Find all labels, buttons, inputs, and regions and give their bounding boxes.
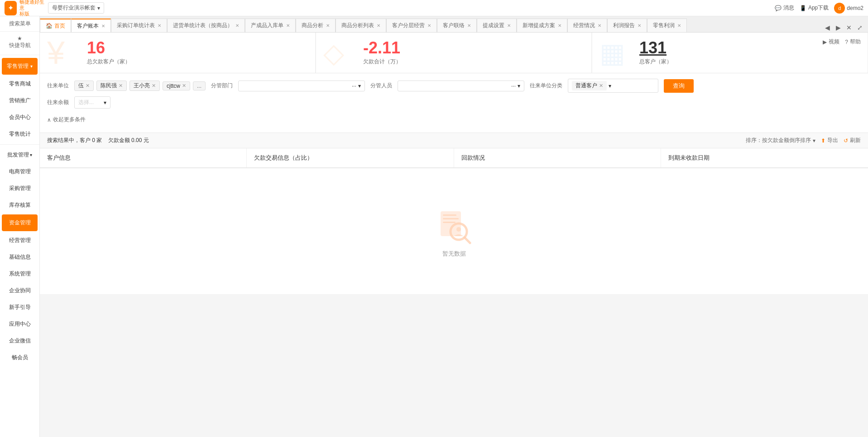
result-info: 搜索结果中，客户 0 家 欠款金额 0.00 元 [47, 137, 149, 144]
data-table: 客户信息 欠款交易信息（占比） 回款情况 到期未收款日期 [40, 148, 868, 294]
tab-close-all-btn[interactable]: ✕ [844, 23, 854, 32]
sidebar-item-operations[interactable]: 经营管理 [0, 232, 39, 249]
balance-label: 往来余额 [47, 99, 69, 106]
sidebar-item-purchase[interactable]: 采购管理 [0, 180, 39, 197]
tab-retail-profit[interactable]: 零售利润 ✕ [647, 19, 687, 32]
sidebar-item-member[interactable]: 会员中心 [0, 109, 39, 126]
sidebar-item-app-center[interactable]: 应用中心 [0, 316, 39, 332]
stat-all-customers-label: 总客户（家） [639, 58, 672, 66]
tab-customer-contact[interactable]: 客户联络 ✕ [437, 19, 477, 32]
svg-rect-1 [443, 214, 456, 216]
sidebar-item-finance[interactable]: 资金管理 [2, 214, 38, 231]
tab-close-goods-analysis[interactable]: ✕ [326, 23, 330, 28]
tab-close-customer-ops[interactable]: ✕ [427, 23, 431, 28]
empty-illustration [432, 204, 477, 250]
balance-select[interactable]: 选择... ▾ [74, 96, 110, 109]
tab-customer-ops[interactable]: 客户分层经营 ✕ [386, 19, 437, 32]
tab-close-promotion-settings[interactable]: ✕ [507, 23, 511, 28]
sidebar-quick-nav[interactable]: ★ 快捷导航 [0, 32, 39, 53]
sidebar-item-basic-info[interactable]: 基础信息 [0, 249, 39, 266]
unit-label: 往来单位 [47, 82, 69, 90]
tab-close-accounts[interactable]: ✕ [101, 24, 105, 28]
empty-text: 暂无数据 [442, 250, 466, 258]
category-tag-normal[interactable]: 普通客户 ✕ [572, 81, 607, 90]
collapse-btn[interactable]: ∧ 收起更多条件 [47, 114, 861, 125]
sidebar-item-new-guide[interactable]: 新手引导 [0, 299, 39, 316]
stat-customers-label: 总欠款客户（家） [87, 58, 130, 66]
video-btn[interactable]: ▶ 视频 [823, 38, 839, 46]
tab-purchase-order[interactable]: 采购订单统计表 ✕ [111, 19, 167, 32]
result-sort[interactable]: 排序：按欠款金额倒序排序 ▾ [746, 137, 815, 144]
export-btn[interactable]: ⬆ 导出 [821, 137, 838, 144]
tab-operations[interactable]: 经营情况 ✕ [567, 19, 607, 32]
category-select[interactable]: 普通客户 ✕ ▾ [568, 79, 658, 93]
unit-tag-more[interactable]: ... [193, 81, 206, 90]
category-tag-close[interactable]: ✕ [599, 83, 603, 89]
filter-area: 往来单位 伍 ✕ 陈民强 ✕ 王小亮 ✕ [40, 73, 868, 133]
unit-tag-wu[interactable]: 伍 ✕ [74, 81, 94, 91]
tab-goods-analysis-list[interactable]: 商品分析列表 ✕ [336, 19, 386, 32]
help-btn[interactable]: ? 帮助 [845, 38, 861, 46]
sidebar-item-enterprise-wechat[interactable]: 企业微信 [0, 332, 39, 349]
chevron-down-icon-sort: ▾ [813, 138, 815, 144]
stats-bar: ¥ 16 总欠款客户（家） ◇ -2.11 欠款合计（万） ▦ 131 总客户（… [40, 33, 868, 73]
tab-close-purchase-stats[interactable]: ✕ [235, 23, 239, 28]
sidebar-item-retail-stats[interactable]: 零售统计 [0, 126, 39, 142]
topbar-left: ✦ 畅捷通好生意 标版 母婴行业演示帐套 ▾ [5, 0, 104, 17]
sidebar-item-ecommerce[interactable]: 电商管理 [0, 163, 39, 180]
tab-prev-btn[interactable]: ◀ [823, 23, 832, 32]
chevron-down-icon-2: ▾ [518, 83, 520, 89]
person-label: 分管人员 [370, 82, 392, 90]
sidebar-item-inventory[interactable]: 库存核算 [0, 197, 39, 214]
dept-select[interactable]: ··· ▾ [238, 81, 365, 91]
person-select[interactable]: ··· ▾ [398, 81, 524, 91]
stat-bg-yuan: ¥ [47, 35, 65, 71]
tab-promotion-settings[interactable]: 提成设置 ✕ [477, 19, 517, 32]
tab-close-customer-contact[interactable]: ✕ [467, 23, 471, 28]
logo-icon: ✦ [5, 1, 17, 15]
sidebar-item-retail-mall[interactable]: 零售商城 [0, 76, 39, 92]
message-btn[interactable]: 💬 消息 [775, 4, 794, 12]
industry-select[interactable]: 母婴行业演示帐套 ▾ [48, 2, 104, 14]
unit-tag-wang[interactable]: 王小亮 ✕ [129, 81, 160, 91]
refresh-btn[interactable]: ↺ 刷新 [844, 137, 861, 144]
tab-close-profit-report[interactable]: ✕ [638, 23, 641, 28]
tab-accounts[interactable]: 客户账本 ✕ [71, 19, 111, 32]
unit-tag-chen[interactable]: 陈民强 ✕ [96, 81, 127, 91]
sidebar-search[interactable]: 搜索菜单 [0, 16, 39, 32]
tab-goods-analysis[interactable]: 商品分析 ✕ [296, 19, 336, 32]
sidebar-item-premium[interactable]: 畅会员 [0, 349, 39, 366]
chevron-down-icon: ▾ [30, 152, 32, 157]
sidebar-item-retail[interactable]: 零售管理 ▾ [2, 58, 38, 75]
tab-next-btn[interactable]: ▶ [834, 23, 843, 32]
unit-tag-chen-close[interactable]: ✕ [119, 83, 123, 89]
app-download-btn[interactable]: 📱 App下载 [800, 4, 829, 12]
unit-tag-cjttcw-close[interactable]: ✕ [182, 83, 186, 89]
tab-close-operations[interactable]: ✕ [598, 23, 601, 28]
topbar: ✦ 畅捷通好生意 标版 母婴行业演示帐套 ▾ 💬 消息 📱 App下载 d de… [0, 0, 868, 16]
chevron-down-icon-4: ▾ [104, 100, 106, 106]
tab-close-product-in[interactable]: ✕ [286, 23, 290, 28]
tab-purchase-stats[interactable]: 进货单统计表（按商品） ✕ [167, 19, 245, 32]
tab-new-promotion[interactable]: 新增提成方案 ✕ [517, 19, 567, 32]
table-header: 客户信息 欠款交易信息（占比） 回款情况 到期未收款日期 [40, 148, 868, 168]
tab-close-purchase-order[interactable]: ✕ [158, 23, 161, 28]
tab-close-goods-analysis-list[interactable]: ✕ [377, 23, 380, 28]
user-profile-btn[interactable]: d demo2 [834, 3, 863, 14]
topbar-right: 💬 消息 📱 App下载 d demo2 [775, 3, 863, 14]
sidebar-item-marketing[interactable]: 营销推广 [0, 92, 39, 109]
unit-tag-wang-close[interactable]: ✕ [152, 83, 156, 89]
sidebar-item-enterprise-coop[interactable]: 企业协同 [0, 282, 39, 299]
tab-home[interactable]: 🏠 首页 [40, 19, 71, 32]
query-button[interactable]: 查询 [664, 79, 694, 93]
tab-product-in[interactable]: 产成品入库单 ✕ [245, 19, 296, 32]
tab-close-new-promotion[interactable]: ✕ [558, 23, 561, 28]
tab-close-retail-profit[interactable]: ✕ [677, 23, 681, 28]
tab-profit-report[interactable]: 利润报告 ✕ [607, 19, 647, 32]
sidebar-item-wholesale[interactable]: 批发管理 ▾ [0, 147, 39, 163]
svg-rect-2 [443, 218, 459, 219]
unit-tag-wu-close[interactable]: ✕ [86, 83, 90, 89]
tab-expand-btn[interactable]: ⤢ [855, 23, 864, 32]
unit-tag-cjttcw[interactable]: cjttcw ✕ [163, 81, 190, 90]
sidebar-item-system[interactable]: 系统管理 [0, 266, 39, 282]
